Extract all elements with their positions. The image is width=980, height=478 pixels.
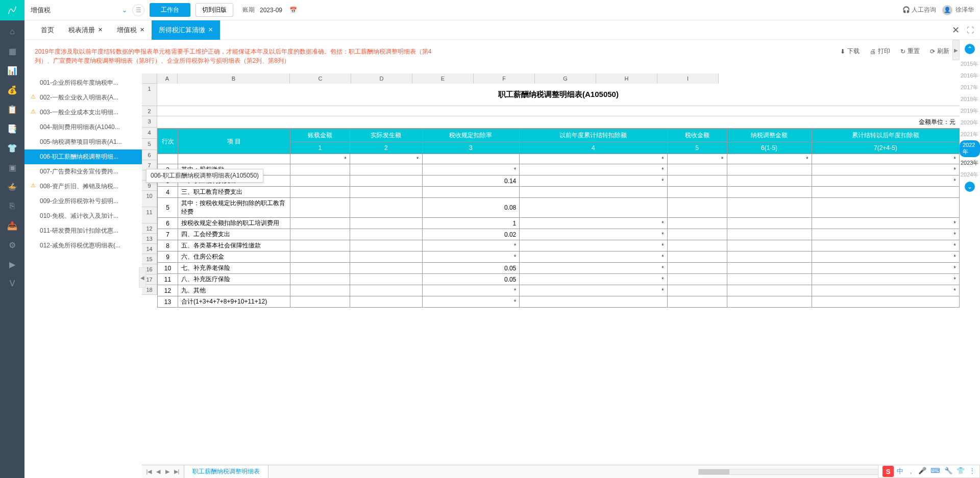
cell[interactable] — [422, 187, 520, 198]
cell[interactable] — [727, 296, 812, 308]
col-header-D[interactable]: D — [351, 73, 412, 84]
row-header-6[interactable]: 6 — [142, 150, 157, 160]
year-2019年[interactable]: 2019年 — [960, 105, 980, 117]
year-2015年[interactable]: 2015年 — [960, 58, 980, 70]
cell[interactable] — [290, 218, 350, 229]
cell[interactable] — [290, 164, 350, 175]
cell[interactable]: 0.05 — [422, 263, 520, 274]
col-header-I[interactable]: I — [657, 73, 719, 84]
cell[interactable] — [520, 285, 667, 296]
close-all-tabs-icon[interactable]: ✕ — [952, 24, 960, 36]
year-2017年[interactable]: 2017年 — [960, 82, 980, 93]
nav-report-icon[interactable]: 📑 — [7, 123, 17, 134]
print-button[interactable]: 🖨 打印 — [870, 47, 890, 56]
cell[interactable] — [520, 218, 667, 229]
col-header-G[interactable]: G — [535, 73, 596, 84]
cell[interactable] — [520, 296, 667, 308]
form-item-10[interactable]: 011-研发费用加计扣除优惠... — [24, 223, 142, 238]
row-header-13[interactable]: 13 — [142, 234, 157, 244]
cell[interactable]: 0.08 — [422, 198, 520, 218]
nav-v-icon[interactable]: V — [7, 279, 17, 289]
form-item-4[interactable]: 005-纳税调整项目明细表(A1... — [24, 135, 142, 149]
tab-3[interactable]: 所得税汇算清缴✕ — [152, 20, 220, 40]
nav-doc-icon[interactable]: ▦ — [7, 46, 17, 56]
cell[interactable] — [727, 175, 812, 187]
cell[interactable] — [290, 240, 350, 251]
cell[interactable] — [812, 274, 959, 285]
form-item-5[interactable]: 006-职工薪酬纳税调整明细... — [24, 149, 142, 164]
form-item-9[interactable]: 010-免税、减计收入及加计... — [24, 209, 142, 223]
sheet-nav-prev[interactable]: ◀ — [154, 468, 162, 475]
ime-logo[interactable]: S — [883, 466, 894, 477]
cell[interactable] — [520, 154, 667, 164]
nav-export-icon[interactable]: ⎘ — [7, 201, 17, 211]
cell[interactable] — [290, 285, 350, 296]
cell[interactable] — [350, 251, 422, 263]
cell[interactable] — [350, 240, 422, 251]
cell[interactable] — [422, 251, 520, 263]
cell[interactable] — [812, 263, 959, 274]
ime-item-3[interactable]: ⌨ — [930, 467, 940, 476]
cell[interactable] — [812, 175, 959, 187]
cell[interactable] — [727, 154, 812, 164]
collapse-sidebar-handle[interactable]: ◀ — [139, 267, 146, 288]
cell[interactable] — [290, 263, 350, 274]
cell[interactable] — [667, 175, 727, 187]
cell[interactable] — [667, 251, 727, 263]
nav-settings-icon[interactable]: ⚙ — [7, 240, 17, 250]
cell[interactable] — [350, 274, 422, 285]
year-2020年[interactable]: 2020年 — [960, 117, 980, 129]
sheet-nav-last[interactable]: ▶| — [173, 468, 181, 475]
consult-link[interactable]: 🎧 人工咨询 — [902, 6, 936, 14]
cell[interactable] — [812, 296, 959, 308]
cell[interactable] — [727, 274, 812, 285]
cell[interactable] — [350, 218, 422, 229]
nav-clipboard-icon[interactable]: 📋 — [7, 104, 17, 114]
form-item-1[interactable]: ⚠002-一般企业收入明细表(A... — [24, 90, 142, 105]
cell[interactable] — [290, 198, 350, 218]
cell[interactable] — [667, 296, 727, 308]
cell[interactable]: 0.05 — [422, 274, 520, 285]
cell[interactable]: 1 — [422, 218, 520, 229]
cell[interactable] — [520, 229, 667, 240]
cell[interactable] — [350, 296, 422, 308]
nav-tax-icon[interactable]: 🍲 — [7, 182, 17, 192]
cell[interactable] — [727, 164, 812, 175]
reset-button[interactable]: ↻ 重置 — [900, 47, 920, 56]
tab-0[interactable]: 首页 — [34, 20, 61, 40]
row-header-12[interactable]: 12 — [142, 223, 157, 234]
cell[interactable] — [520, 240, 667, 251]
cell[interactable] — [520, 175, 667, 187]
cell[interactable] — [520, 263, 667, 274]
sheet-nav-next[interactable]: ▶ — [163, 468, 172, 475]
sheet-tab[interactable]: 职工薪酬纳税调整明细表 — [184, 465, 268, 478]
cell[interactable] — [290, 154, 350, 164]
row-header-15[interactable]: 15 — [142, 254, 157, 264]
cell[interactable] — [350, 164, 422, 175]
cell[interactable] — [812, 187, 959, 198]
tab-2[interactable]: 增值税✕ — [110, 20, 152, 40]
year-2022年[interactable]: 2022年 — [960, 140, 980, 157]
year-down-button[interactable]: ⌄ — [965, 182, 975, 192]
cell[interactable] — [422, 154, 520, 164]
cell[interactable] — [290, 274, 350, 285]
cell[interactable] — [812, 251, 959, 263]
row-header-11[interactable]: 11 — [142, 207, 157, 223]
year-2023年[interactable]: 2023年 — [960, 157, 980, 169]
ime-item-0[interactable]: 中 — [897, 467, 903, 476]
expand-year-handle[interactable]: ▶ — [952, 40, 960, 60]
cell[interactable] — [727, 218, 812, 229]
col-header-E[interactable]: E — [412, 73, 474, 84]
form-item-7[interactable]: ⚠008-资产折旧、摊销及纳税... — [24, 179, 142, 194]
form-item-2[interactable]: ⚠003-一般企业成本支出明细... — [24, 105, 142, 120]
cell[interactable] — [350, 154, 422, 164]
col-header-B[interactable]: B — [178, 73, 290, 84]
cell[interactable] — [727, 187, 812, 198]
ime-item-6[interactable]: ⋮ — [969, 467, 975, 476]
row-header-14[interactable]: 14 — [142, 244, 157, 254]
cell[interactable] — [350, 263, 422, 274]
row-header-10[interactable]: 10 — [142, 191, 157, 207]
form-item-0[interactable]: 001-企业所得税年度纳税申... — [24, 76, 142, 90]
nav-home-icon[interactable]: ⌂ — [7, 27, 17, 37]
ime-item-2[interactable]: 🎤 — [918, 467, 926, 476]
